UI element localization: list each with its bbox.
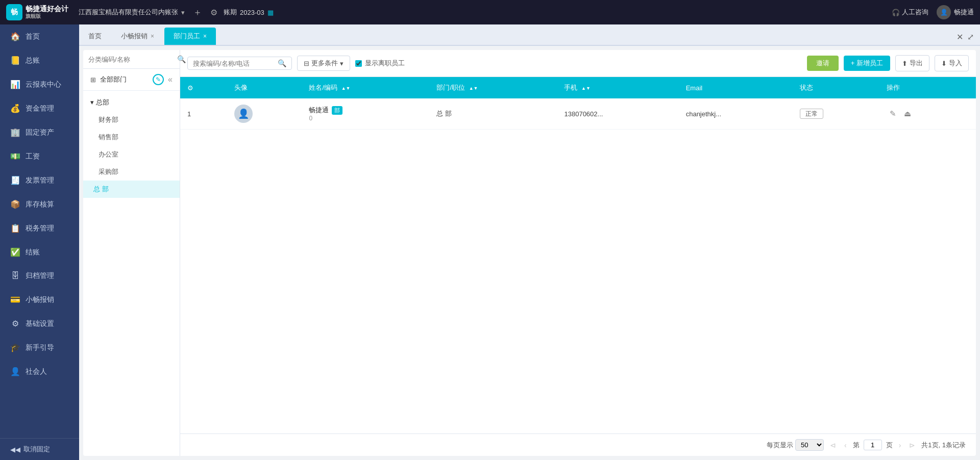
period-display: 账期 2023-03 ▦ (224, 8, 274, 17)
col-actions: 操作 (879, 77, 976, 98)
show-resigned-checkbox[interactable] (355, 60, 362, 67)
row-email-cell: chanjethkj... (679, 98, 793, 130)
content-area: 首页 小畅报销 × 部门员工 × ✕ ⤢ 🔍 (79, 24, 980, 460)
col-settings[interactable]: ⚙ (180, 77, 227, 98)
pagination: 每页显示 20 50 100 ⊲ ‹ 第 页 › ⊳ 共1页, 1条记录 (180, 433, 976, 456)
emp-name-group: 畅捷通 部 (309, 106, 422, 115)
sidebar-item-archive[interactable]: 🗄 归档管理 (0, 264, 79, 288)
tab-xiaochang-close[interactable]: × (151, 33, 154, 40)
sidebar-item-inventory[interactable]: 📦 库存核算 (0, 192, 79, 216)
page-prev-button[interactable]: ‹ (842, 440, 849, 450)
sidebar-item-ledger[interactable]: 📒 总账 (0, 48, 79, 72)
row-name-cell: 畅捷通 部 0 (302, 98, 429, 130)
sidebar-item-newbie[interactable]: 🎓 新手引导 (0, 336, 79, 360)
asset-mgmt-icon: 💰 (10, 104, 20, 113)
archive-icon: 🗄 (10, 271, 20, 280)
dept-panel: 🔍 ⊞ 全部部门 ✎ « ▾ 总部 财务部 销售部 办公室 采购部 (83, 50, 180, 456)
tab-home[interactable]: 首页 (79, 28, 111, 45)
emp-search-input[interactable] (193, 60, 275, 67)
dept-edit-button[interactable]: ✎ (153, 74, 164, 85)
add-employee-button[interactable]: + 新增员工 (844, 56, 890, 71)
sidebar-item-salary[interactable]: 💵 工资 (0, 144, 79, 168)
page-first-button[interactable]: ⊲ (828, 440, 838, 450)
emp-code-text: 0 (309, 115, 422, 122)
export-button[interactable]: ⬆ 导出 (895, 55, 929, 71)
sidebar-label-salary: 工资 (26, 152, 40, 161)
dept-node-zongbu[interactable]: ▾ 总部 (83, 94, 180, 111)
cancel-pin-label: 取消固定 (23, 445, 50, 454)
tab-xiaochang[interactable]: 小畅报销 × (112, 28, 163, 45)
col-avatar: 头像 (227, 77, 302, 98)
consult-button[interactable]: 🎧 人工咨询 (892, 8, 928, 17)
sidebar-item-xiaochang-exp[interactable]: 💳 小畅报销 (0, 288, 79, 312)
dept-all-row[interactable]: ⊞ 全部部门 ✎ « (83, 69, 180, 91)
page-size-dropdown[interactable]: 20 50 100 (795, 439, 824, 451)
col-dept[interactable]: 部门/职位 ▲▼ (429, 77, 557, 98)
total-label: 共1页, 1条记录 (921, 441, 966, 450)
sidebar-item-tax[interactable]: 📋 税务管理 (0, 216, 79, 240)
dept-collapse-icon[interactable]: « (168, 75, 173, 84)
sidebar-item-fixed-asset[interactable]: 🏢 固定资产 (0, 120, 79, 144)
sidebar-item-basic-settings[interactable]: ⚙ 基础设置 (0, 312, 79, 336)
col-phone[interactable]: 手机 ▲▼ (557, 77, 678, 98)
page-next-button[interactable]: › (897, 440, 903, 450)
cancel-pin-button[interactable]: ◀◀ 取消固定 (0, 438, 79, 460)
fixed-asset-icon: 🏢 (10, 127, 20, 137)
newbie-icon: 🎓 (10, 343, 20, 352)
tab-department[interactable]: 部门员工 × (164, 28, 216, 45)
edit-employee-button[interactable]: ✎ (887, 109, 899, 118)
invoice-icon: 🧾 (10, 175, 20, 185)
app-name: 畅捷通好会计 (26, 5, 68, 13)
emp-search-icon[interactable]: 🔍 (278, 59, 286, 67)
emp-toolbar: 🔍 ⊟ 更多条件 ▾ 显示离职员工 邀请 + 新增员工 (180, 50, 976, 77)
dept-search-input[interactable] (88, 56, 174, 63)
dept-tree: ▾ 总部 财务部 销售部 办公室 采购部 总 部 (83, 91, 180, 456)
user-menu[interactable]: 👤 畅捷通 (937, 5, 974, 19)
table-row: 1 👤 畅捷通 部 0 (180, 98, 976, 130)
calendar-icon[interactable]: ▦ (267, 9, 274, 16)
show-resigned-checkbox-label[interactable]: 显示离职员工 (355, 59, 405, 68)
sidebar-item-home[interactable]: 🏠 首页 (0, 24, 79, 48)
home-icon: 🏠 (10, 32, 20, 41)
emp-table-wrap: ⚙ 头像 姓名/编码 ▲▼ 部门/职位 ▲▼ (180, 77, 976, 433)
filter-button[interactable]: ⊟ 更多条件 ▾ (297, 56, 350, 71)
row-phone-cell: 138070602... (557, 98, 678, 130)
topbar: 畅 畅捷通好会计 旗舰版 江西服宝精品有限责任公司内账张 ▾ ＋ ⚙ 账期 20… (0, 0, 980, 24)
sidebar-label-home: 首页 (26, 32, 40, 41)
sidebar-item-asset-mgmt[interactable]: 💰 资金管理 (0, 96, 79, 120)
col-name[interactable]: 姓名/编码 ▲▼ (302, 77, 429, 98)
status-badge: 正常 (800, 109, 823, 119)
dept-search-bar: 🔍 (83, 50, 180, 69)
export-icon: ⬆ (902, 60, 908, 67)
page-prefix: 第 (853, 441, 860, 450)
tab-xiaochang-label: 小畅报销 (121, 32, 148, 41)
tab-expand-icon[interactable]: ⤢ (967, 32, 974, 42)
company-selector[interactable]: 江西服宝精品有限责任公司内账张 ▾ (79, 8, 185, 17)
add-account-button[interactable]: ＋ (191, 6, 204, 18)
basic-settings-icon: ⚙ (10, 319, 20, 328)
sidebar-label-fixed-asset: 固定资产 (26, 128, 54, 137)
sidebar-item-settle[interactable]: ✅ 结账 (0, 240, 79, 264)
sidebar-item-report[interactable]: 📊 云报表中心 (0, 72, 79, 96)
logout-employee-button[interactable]: ⏏ (901, 109, 914, 118)
sidebar-label-settle: 结账 (26, 248, 40, 257)
dept-node-xiaoshou[interactable]: 销售部 (83, 129, 180, 146)
tab-department-close[interactable]: × (203, 33, 207, 40)
settings-icon[interactable]: ⚙ (210, 8, 217, 17)
dept-sort-arrows: ▲▼ (469, 86, 478, 91)
tab-home-label: 首页 (88, 32, 102, 41)
sidebar-item-more[interactable]: 👤 社会人 (0, 360, 79, 384)
tab-close-all-icon[interactable]: ✕ (957, 32, 963, 42)
dept-node-bangong[interactable]: 办公室 (83, 146, 180, 163)
sidebar-item-invoice[interactable]: 🧾 发票管理 (0, 168, 79, 192)
dept-node-zongbu2[interactable]: 总 部 (83, 181, 180, 198)
page-last-button[interactable]: ⊳ (907, 440, 917, 450)
sidebar-label-basic-settings: 基础设置 (26, 319, 54, 328)
import-button[interactable]: ⬇ 导入 (935, 55, 969, 71)
invite-button[interactable]: 邀请 (807, 56, 839, 71)
logo-icon: 畅 (6, 4, 22, 20)
dept-node-caigou[interactable]: 采购部 (83, 163, 180, 181)
dept-node-caiwu[interactable]: 财务部 (83, 111, 180, 129)
salary-icon: 💵 (10, 151, 20, 161)
page-number-input[interactable] (864, 440, 882, 450)
